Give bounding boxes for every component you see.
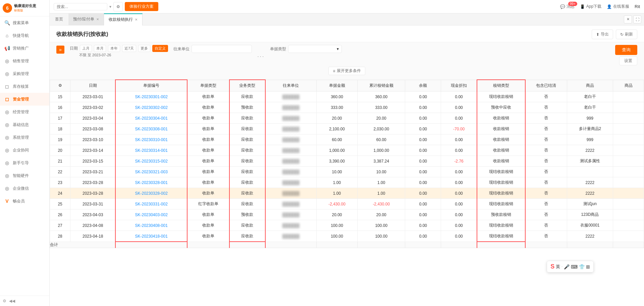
table-cell: 0.00 <box>441 102 477 113</box>
date-btn-this-year[interactable]: 本年 <box>108 45 120 52</box>
sidebar-item-member[interactable]: V 畅会员 <box>0 195 49 207</box>
order-no-cell[interactable]: SK-20230408-001 <box>115 220 187 231</box>
order-no-link[interactable]: SK-20230301-002 <box>135 95 167 99</box>
order-no-cell[interactable]: SK-20230418-001 <box>115 231 187 242</box>
order-no-cell[interactable]: SK-20230310-001 <box>115 134 187 145</box>
table-cell: 0.00 <box>405 91 441 102</box>
order-no-link[interactable]: SK-20230328-001 <box>135 180 167 185</box>
shirt-icon[interactable]: 👕 <box>579 264 585 269</box>
order-no-link[interactable]: SK-20230331-002 <box>135 202 167 206</box>
table-cell: ██████ <box>265 177 317 188</box>
order-no-cell[interactable]: SK-20230315-002 <box>115 156 187 167</box>
sidebar-item-marketing[interactable]: 📢 营销推广 <box>0 42 49 55</box>
table-cell: 测试jun <box>567 199 613 209</box>
sidebar-item-shortcut[interactable]: ⌂ 快捷导航 <box>0 29 49 42</box>
topbar-gear-button[interactable]: ⚙ <box>113 2 123 11</box>
sidebar-item-hardware[interactable]: ◎ 智能硬件 <box>0 169 49 182</box>
order-no-link[interactable]: SK-20230408-001 <box>135 223 167 228</box>
settle-type-cell: 现结收款核销 <box>477 91 525 102</box>
table-header-row: ⚙ 日期 单据编号 单据类型 业务类型 往来单位 单据金额 累计核销金额 余额 … <box>50 80 644 91</box>
order-no-cell[interactable]: SK-20230302-002 <box>115 102 187 113</box>
export-button[interactable]: ⬆ 导出 <box>592 29 613 39</box>
table-cell: 0.00 <box>405 134 441 145</box>
topbar-dropdown-icon[interactable]: ▾ <box>109 4 111 9</box>
tab-collect[interactable]: 收款核销执行 ✕ <box>104 13 143 25</box>
sidebar-item-enterprise[interactable]: ◎ 企业协同 <box>0 144 49 157</box>
table-cell: 1.00 <box>316 188 357 199</box>
tab-collect-close[interactable]: ✕ <box>135 18 138 21</box>
tab-prepay-close[interactable]: ✕ <box>96 17 99 21</box>
sidebar-item-wechat[interactable]: ◎ 企业微信 <box>0 182 49 195</box>
app-download-button[interactable]: 📱 App下载 <box>580 4 601 9</box>
sidebar-item-guide[interactable]: ◎ 新手引导 <box>0 157 49 169</box>
table-cell: 10.00 <box>316 167 357 177</box>
order-no-cell[interactable]: SK-20230304-001 <box>115 113 187 124</box>
order-no-cell[interactable]: SK-20230328-002 <box>115 188 187 199</box>
order-no-link[interactable]: SK-20230310-001 <box>135 137 167 142</box>
settings-button[interactable]: 设置 <box>619 56 637 65</box>
table-cell <box>613 91 644 102</box>
order-no-cell[interactable]: SK-20230328-001 <box>115 177 187 188</box>
date-btn-last-month[interactable]: 上月 <box>80 45 92 52</box>
operations-icon: ◎ <box>4 109 10 115</box>
sidebar-item-system[interactable]: ◎ 系统管理 <box>0 131 49 144</box>
order-no-cell[interactable]: SK-20230331-002 <box>115 199 187 209</box>
order-no-link[interactable]: SK-20230328-002 <box>135 191 167 196</box>
order-no-cell[interactable]: SK-20230314-001 <box>115 145 187 156</box>
mic-icon[interactable]: 🎤 <box>564 264 570 269</box>
industry-solution-button[interactable]: 体验行业方案 <box>125 2 158 11</box>
filter-toggle-button[interactable]: » <box>56 46 64 54</box>
tab-close-button[interactable]: ✕ <box>624 15 632 23</box>
table-cell: 23 <box>50 177 70 188</box>
order-no-link[interactable]: SK-20230314-001 <box>135 148 167 153</box>
sidebar-item-capital[interactable]: ◻ 资金管理 <box>0 93 49 106</box>
col-header-biz-type: 业务类型 <box>229 80 265 91</box>
order-type-select[interactable]: ▾ <box>288 45 342 53</box>
tab-home[interactable]: 首页 <box>50 16 68 22</box>
order-no-link[interactable]: SK-20230308-001 <box>135 127 167 131</box>
sidebar-item-sales[interactable]: ◎ 销售管理 <box>0 55 49 67</box>
table-cell <box>613 134 644 145</box>
order-no-cell[interactable]: SK-20230403-002 <box>115 209 187 220</box>
date-btn-this-month[interactable]: 本月 <box>94 45 106 52</box>
table-cell: 2023-03-28 <box>70 177 116 188</box>
date-btn-custom[interactable]: 自定义 <box>152 45 168 52</box>
date-btn-7days[interactable]: 近7天 <box>122 45 136 52</box>
partner-input[interactable] <box>192 45 252 53</box>
order-no-link[interactable]: SK-20230302-002 <box>135 105 167 110</box>
sidebar-item-basic[interactable]: ◎ 基础信息 <box>0 118 49 131</box>
table-cell: 20 <box>50 145 70 156</box>
capital-icon: ◻ <box>4 96 10 102</box>
query-button[interactable]: 查询 <box>615 45 637 55</box>
order-no-link[interactable]: SK-20230418-001 <box>135 234 167 239</box>
collapse-icon[interactable]: ◀◀ <box>9 299 15 303</box>
tab-expand-button[interactable]: ⛶ <box>633 15 641 23</box>
grid-icon[interactable]: ⊞ <box>586 264 590 269</box>
expand-conditions-button[interactable]: ≡ 展开更多条件 <box>328 67 365 75</box>
order-no-cell[interactable]: SK-20230321-003 <box>115 167 187 177</box>
message-button[interactable]: 💬 消息 99+ <box>560 4 575 9</box>
online-service-button[interactable]: 👤 在线客服 <box>607 4 629 9</box>
sidebar-item-inventory[interactable]: ◻ 库存核算 <box>0 80 49 93</box>
order-no-link[interactable]: SK-20230321-003 <box>135 170 167 174</box>
tab-prepay[interactable]: 预付/应付单 ✕ <box>68 13 104 25</box>
date-btn-more[interactable]: 更多 <box>138 45 150 52</box>
settle-type-cell: 收款核销 <box>477 134 525 145</box>
order-no-link[interactable]: SK-20230403-002 <box>135 212 167 217</box>
settings-icon[interactable]: ⚙ <box>3 299 6 303</box>
sidebar-item-operations[interactable]: ◎ 经营管理 <box>0 106 49 118</box>
topbar-search-input[interactable] <box>54 3 107 10</box>
refresh-button[interactable]: ↻ 刷新 <box>616 29 637 39</box>
user-name[interactable]: Rit <box>635 4 640 9</box>
order-no-cell[interactable]: SK-20230308-001 <box>115 124 187 134</box>
order-no-cell[interactable]: SK-20230301-002 <box>115 91 187 102</box>
table-cell: 测试多属性 <box>567 156 613 167</box>
sidebar-item-search[interactable]: 🔍 搜索菜单 <box>0 16 49 29</box>
order-no-link[interactable]: SK-20230315-002 <box>135 159 167 164</box>
table-cell: 收款单 <box>187 188 229 199</box>
keyboard-icon[interactable]: ⌨ <box>571 264 578 269</box>
col-header-settings[interactable]: ⚙ <box>50 80 70 91</box>
sidebar-item-purchase[interactable]: ◎ 采购管理 <box>0 67 49 80</box>
order-no-link[interactable]: SK-20230304-001 <box>135 116 167 121</box>
table-cell <box>613 188 644 199</box>
